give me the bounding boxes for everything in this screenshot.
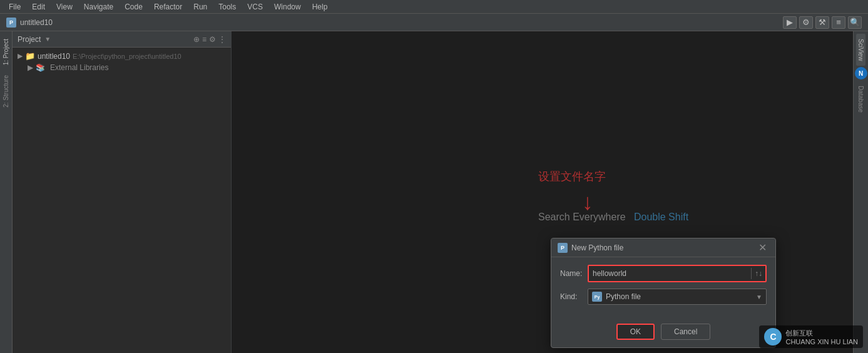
dialog-title-text: New Python file bbox=[571, 243, 756, 252]
project-path: E:\Project\python_project\untitled10 bbox=[73, 53, 181, 60]
new-python-file-dialog: P New Python file ✕ Name: ↑↓ Kind: bbox=[551, 238, 776, 348]
locate-icon[interactable]: ⊕ bbox=[193, 35, 200, 44]
project-panel: Project ▼ ⊕ ≡ ⚙ ⋮ ▶ 📁 untitled10 E:\Proj… bbox=[13, 31, 232, 353]
structure-tab[interactable]: 2: Structure bbox=[1, 70, 11, 113]
aixcoder-icon[interactable]: N bbox=[855, 67, 867, 79]
project-dropdown-icon[interactable]: ▼ bbox=[44, 36, 51, 43]
folder-icon: 📁 bbox=[25, 51, 35, 61]
project-header-title: Project bbox=[18, 35, 41, 44]
menu-bar: File Edit View Navigate Code Refactor Ru… bbox=[0, 0, 868, 14]
menu-vcs[interactable]: VCS bbox=[242, 1, 268, 13]
menu-file[interactable]: File bbox=[4, 1, 26, 13]
app-icon: P bbox=[6, 18, 16, 28]
dialog-body: Name: ↑↓ Kind: Py Python file ▼ bbox=[551, 257, 775, 319]
dialog-name-label: Name: bbox=[560, 269, 583, 278]
dialog-kind-label: Kind: bbox=[560, 292, 583, 301]
dialog-name-input-wrap: ↑↓ bbox=[588, 265, 767, 282]
dropdown-arrow-icon: ▼ bbox=[756, 294, 762, 300]
library-icon: 📚 bbox=[36, 63, 45, 72]
search-everywhere-button[interactable]: 🔍 bbox=[848, 16, 862, 29]
project-tree: ▶ 📁 untitled10 E:\Project\python_project… bbox=[13, 48, 231, 76]
external-libraries-item[interactable]: ▶ 📚 External Libraries bbox=[13, 62, 231, 73]
menu-edit[interactable]: Edit bbox=[27, 1, 50, 13]
title-bar: P untitled10 ▶ ⚙ ⚒ ≡ 🔍 bbox=[0, 14, 868, 31]
dialog-kind-select[interactable]: Py Python file ▼ bbox=[588, 289, 767, 305]
menu-window[interactable]: Window bbox=[269, 1, 306, 13]
more-icon[interactable]: ⋮ bbox=[218, 35, 226, 44]
dialog-footer: OK Cancel bbox=[551, 319, 775, 347]
dialog-close-button[interactable]: ✕ bbox=[756, 242, 769, 254]
dialog-cancel-button[interactable]: Cancel bbox=[661, 324, 710, 340]
external-libraries-icon: ▶ bbox=[28, 63, 33, 72]
dialog-kind-value: Python file bbox=[606, 292, 752, 301]
dialog-kind-row: Kind: Py Python file ▼ bbox=[560, 289, 767, 305]
project-name: untitled10 bbox=[38, 52, 70, 61]
python-file-icon: Py bbox=[592, 292, 602, 302]
settings-button[interactable]: ≡ bbox=[832, 16, 845, 29]
watermark-text: 创新互联CHUANG XIN HU LIAN bbox=[785, 329, 858, 345]
menu-help[interactable]: Help bbox=[307, 1, 333, 13]
menu-navigate[interactable]: Navigate bbox=[79, 1, 118, 13]
menu-refactor[interactable]: Refactor bbox=[149, 1, 187, 13]
database-panel-button[interactable]: Database bbox=[856, 81, 865, 118]
build-button[interactable]: ⚒ bbox=[815, 16, 829, 29]
dialog-name-input[interactable] bbox=[589, 266, 751, 281]
menu-code[interactable]: Code bbox=[120, 1, 148, 13]
debug-button[interactable]: ⚙ bbox=[799, 16, 813, 29]
collapse-icon[interactable]: ≡ bbox=[202, 35, 207, 44]
dialog-sort-button[interactable]: ↑↓ bbox=[751, 268, 765, 279]
menu-run[interactable]: Run bbox=[188, 1, 212, 13]
menu-tools[interactable]: Tools bbox=[213, 1, 241, 13]
editor-area: 设置文件名字 ↓ Search Everywhere Double Shift … bbox=[232, 31, 853, 353]
external-libraries-label: External Libraries bbox=[50, 63, 108, 72]
dialog-app-icon: P bbox=[558, 243, 568, 253]
gear-icon[interactable]: ⚙ bbox=[209, 35, 216, 44]
right-sidebar: SciView N Database bbox=[853, 31, 868, 353]
window-title: untitled10 bbox=[20, 18, 53, 27]
project-tab[interactable]: 1: Project bbox=[1, 34, 11, 70]
dialog-title-bar: P New Python file ✕ bbox=[551, 238, 775, 257]
dialog-ok-button[interactable]: OK bbox=[616, 324, 655, 340]
expand-arrow-icon: ▶ bbox=[18, 52, 23, 60]
dialog-name-row: Name: ↑↓ bbox=[560, 265, 767, 282]
sciview-panel-button[interactable]: SciView bbox=[856, 34, 865, 66]
left-activity-bar: 1: Project 2: Structure bbox=[0, 31, 13, 353]
watermark: C 创新互联CHUANG XIN HU LIAN bbox=[759, 325, 863, 348]
project-panel-header: Project ▼ ⊕ ≡ ⚙ ⋮ bbox=[13, 31, 231, 48]
menu-view[interactable]: View bbox=[51, 1, 78, 13]
project-root-item[interactable]: ▶ 📁 untitled10 E:\Project\python_project… bbox=[13, 50, 231, 62]
run-button[interactable]: ▶ bbox=[783, 16, 797, 29]
watermark-icon: C bbox=[764, 328, 782, 345]
main-layout: 1: Project 2: Structure Project ▼ ⊕ ≡ ⚙ … bbox=[0, 31, 868, 353]
